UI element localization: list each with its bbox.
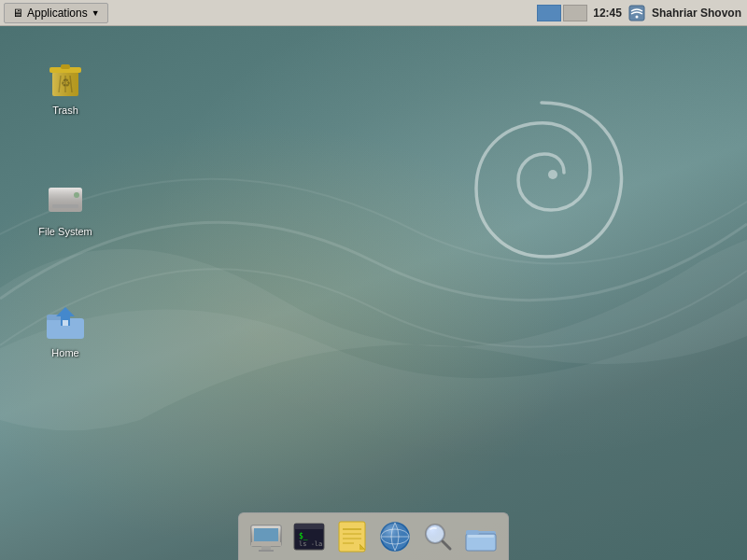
home-icon-image (43, 298, 88, 343)
svg-rect-25 (254, 528, 278, 541)
svg-text:$_: $_ (299, 532, 308, 540)
browser-button[interactable] (375, 517, 415, 556)
svg-marker-17 (56, 307, 75, 316)
top-panel: 🖥 Applications ▼ 12:45 Shahriar Shovon (0, 0, 747, 26)
workspace-switcher (537, 5, 587, 21)
filesystem-label: File System (38, 225, 92, 238)
panel-right: 12:45 Shahriar Shovon (537, 4, 747, 22)
svg-rect-13 (52, 204, 78, 208)
clock-display: 12:45 (593, 7, 622, 20)
trash-icon-image: ♻ (43, 55, 88, 100)
debian-swirl-logo (448, 84, 635, 289)
file-manager-button[interactable] (461, 517, 500, 556)
file-manager-icon (464, 520, 498, 553)
applications-menu-button[interactable]: 🖥 Applications ▼ (4, 3, 108, 23)
svg-rect-45 (468, 535, 494, 538)
home-icon[interactable]: Home (28, 294, 103, 363)
desktop: 🖥 Applications ▼ 12:45 Shahriar Shovon (0, 0, 747, 560)
svg-text:♻: ♻ (61, 77, 71, 90)
browser-icon (378, 520, 412, 553)
taskbar: $_ ls -la (238, 512, 509, 560)
svg-rect-12 (49, 188, 82, 212)
workspace-2-button[interactable] (563, 5, 587, 21)
applications-arrow-icon: ▼ (92, 8, 100, 18)
search-icon (421, 520, 455, 553)
svg-point-0 (548, 170, 557, 179)
terminal-icon: $_ ls -la (292, 520, 326, 553)
svg-rect-44 (466, 530, 479, 535)
svg-text:ls -la: ls -la (299, 540, 322, 548)
svg-rect-6 (61, 64, 70, 69)
search-button[interactable] (418, 517, 458, 556)
svg-rect-22 (251, 542, 281, 546)
trash-label: Trash (52, 104, 78, 117)
show-desktop-icon (249, 520, 283, 553)
svg-line-41 (443, 541, 450, 549)
svg-rect-23 (261, 546, 271, 550)
filesystem-icon-image (43, 176, 88, 221)
svg-point-14 (74, 192, 79, 198)
applications-label: Applications (27, 7, 88, 20)
show-desktop-button[interactable] (247, 517, 286, 556)
network-icon (627, 4, 646, 22)
svg-rect-24 (259, 550, 274, 552)
background-waves (0, 0, 747, 560)
filesystem-icon[interactable]: File System (28, 173, 103, 242)
panel-left: 🖥 Applications ▼ (0, 3, 108, 23)
notes-button[interactable] (332, 517, 372, 556)
terminal-button[interactable]: $_ ls -la (289, 517, 329, 556)
workspace-1-button[interactable] (537, 5, 561, 21)
home-label: Home (51, 346, 78, 359)
trash-icon[interactable]: ♻ Trash (28, 51, 103, 120)
username-label: Shahriar Shovon (652, 7, 741, 20)
svg-rect-27 (294, 524, 324, 529)
svg-point-2 (635, 15, 638, 18)
applications-icon: 🖥 (12, 7, 23, 20)
svg-rect-19 (63, 320, 68, 326)
notes-icon (335, 520, 369, 553)
